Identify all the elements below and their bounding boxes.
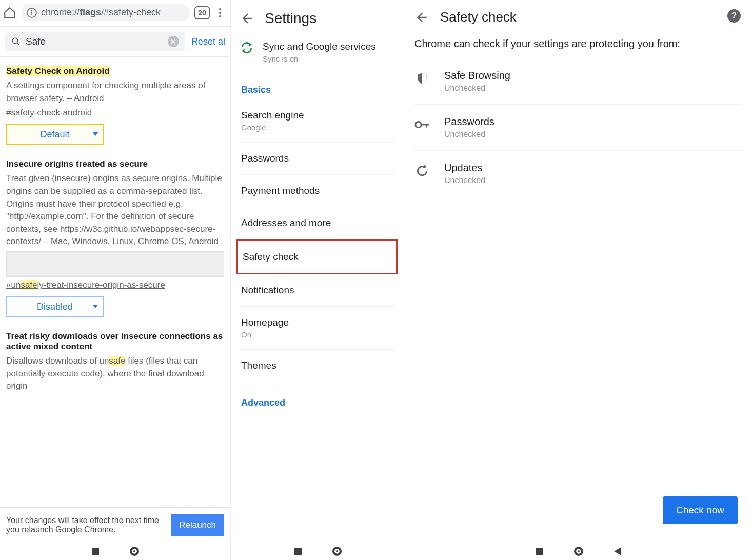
settings-row-themes[interactable]: Themes	[241, 350, 394, 382]
safety-item-safe-browsing[interactable]: Safe BrowsingUnchecked	[414, 58, 743, 105]
overflow-menu-icon[interactable]	[215, 8, 225, 17]
flag-state-select[interactable]: Disabled	[6, 296, 104, 317]
item-label: Safe Browsing	[444, 70, 510, 82]
row-label: Notifications	[241, 285, 394, 296]
flag-title: Insecure origins treated as secure	[6, 159, 224, 169]
url-text: chrome://flags/#safety-check	[41, 7, 161, 18]
android-nav	[405, 543, 752, 560]
nav-back-icon[interactable]	[614, 547, 621, 555]
shield-icon	[414, 70, 430, 85]
key-icon	[414, 116, 430, 131]
sync-subtitle: Sync is on	[263, 54, 376, 63]
relaunch-message: Your changes will take effect the next t…	[6, 516, 163, 534]
settings-page: Settings Sync and Google services Sync i…	[231, 0, 405, 560]
row-subtitle: On	[241, 330, 394, 339]
flag-text-input[interactable]	[6, 251, 224, 277]
update-icon	[414, 162, 430, 177]
settings-row-safety-check[interactable]: Safety check	[236, 239, 398, 274]
android-nav	[231, 543, 405, 560]
sync-icon	[240, 41, 253, 54]
reset-all-button[interactable]: Reset al	[191, 36, 225, 47]
home-icon[interactable]	[3, 6, 16, 19]
clear-search-icon[interactable]: ✕	[168, 36, 179, 47]
nav-home-icon[interactable]	[130, 547, 139, 556]
item-status: Unchecked	[444, 130, 494, 139]
settings-row-search-engine[interactable]: Search engineGoogle	[241, 99, 394, 143]
svg-line-1	[17, 43, 19, 45]
search-value: Safe	[26, 36, 46, 47]
help-icon[interactable]: ?	[727, 9, 741, 23]
flag-description: Disallows downloads of unsafe files (fil…	[6, 355, 224, 393]
item-label: Updates	[444, 162, 485, 174]
svg-point-0	[12, 38, 18, 44]
item-status: Unchecked	[444, 176, 485, 185]
safety-header: Safety check ?	[405, 0, 752, 32]
tab-switcher[interactable]: 20	[194, 6, 210, 19]
section-basics-label: Basics	[241, 73, 394, 99]
flag-description: A settings component for checking multip…	[6, 79, 224, 105]
section-advanced-label[interactable]: Advanced	[241, 382, 394, 412]
flag-item: Insecure origins treated as secureTreat …	[6, 159, 224, 317]
settings-row-addresses-and-more[interactable]: Addresses and more	[241, 207, 394, 239]
relaunch-button[interactable]: Relaunch	[171, 514, 224, 536]
android-nav	[0, 543, 230, 560]
settings-row-passwords[interactable]: Passwords	[241, 143, 394, 175]
settings-header: Settings	[231, 0, 405, 35]
safety-check-page: Safety check ? Chrome can check if your …	[405, 0, 752, 560]
search-icon	[11, 37, 21, 46]
back-icon[interactable]	[414, 11, 428, 24]
nav-recent-icon[interactable]	[92, 548, 99, 555]
sync-label: Sync and Google services	[263, 41, 376, 52]
nav-recent-icon[interactable]	[294, 548, 302, 555]
flag-anchor-link[interactable]: #unsafely-treat-insecure-origin-as-secur…	[6, 280, 165, 290]
flag-state-select[interactable]: Default	[6, 124, 104, 145]
safety-item-updates[interactable]: UpdatesUnchecked	[414, 151, 743, 196]
back-icon[interactable]	[240, 12, 253, 25]
flags-page: i chrome://flags/#safety-check 20 Safe ✕…	[0, 0, 231, 560]
row-label: Addresses and more	[241, 217, 394, 229]
flag-search-input[interactable]: Safe ✕	[5, 32, 185, 51]
settings-row-homepage[interactable]: HomepageOn	[241, 307, 394, 350]
flag-title: Treat risky downloads over insecure conn…	[6, 331, 224, 352]
settings-row-notifications[interactable]: Notifications	[241, 274, 394, 307]
row-label: Homepage	[241, 317, 394, 328]
safety-description: Chrome can check if your settings are pr…	[405, 32, 752, 58]
item-status: Unchecked	[444, 84, 510, 93]
url-bar[interactable]: i chrome://flags/#safety-check	[22, 4, 189, 21]
nav-home-icon[interactable]	[574, 547, 583, 556]
omnibox: i chrome://flags/#safety-check 20	[0, 0, 230, 27]
nav-home-icon[interactable]	[332, 547, 342, 556]
item-label: Passwords	[444, 116, 494, 128]
info-icon: i	[27, 8, 37, 18]
flag-search-bar: Safe ✕ Reset al	[0, 27, 230, 57]
row-subtitle: Google	[241, 123, 394, 132]
row-label: Themes	[241, 360, 394, 371]
relaunch-banner: Your changes will take effect the next t…	[0, 507, 230, 543]
flag-item: Treat risky downloads over insecure conn…	[6, 331, 224, 393]
row-label: Payment methods	[241, 185, 394, 196]
flag-title: Safety Check on Android	[6, 66, 224, 76]
safety-item-passwords[interactable]: PasswordsUnchecked	[414, 105, 743, 151]
settings-row-payment-methods[interactable]: Payment methods	[241, 175, 394, 207]
check-now-button[interactable]: Check now	[663, 496, 738, 524]
svg-point-2	[415, 122, 421, 127]
sync-row[interactable]: Sync and Google services Sync is on	[231, 35, 405, 73]
page-title: Settings	[265, 10, 316, 27]
flag-item: Safety Check on AndroidA settings compon…	[6, 66, 224, 145]
row-label: Safety check	[243, 251, 396, 263]
row-label: Search engine	[241, 110, 394, 121]
flag-description: Treat given (insecure) origins as secure…	[6, 172, 224, 248]
row-label: Passwords	[241, 153, 394, 164]
chevron-down-icon	[93, 305, 98, 308]
nav-recent-icon[interactable]	[536, 548, 543, 555]
page-title: Safety check	[440, 9, 517, 25]
flag-anchor-link[interactable]: #safety-check-android	[6, 108, 92, 118]
flags-list[interactable]: Safety Check on AndroidA settings compon…	[0, 57, 230, 393]
chevron-down-icon	[93, 132, 98, 136]
